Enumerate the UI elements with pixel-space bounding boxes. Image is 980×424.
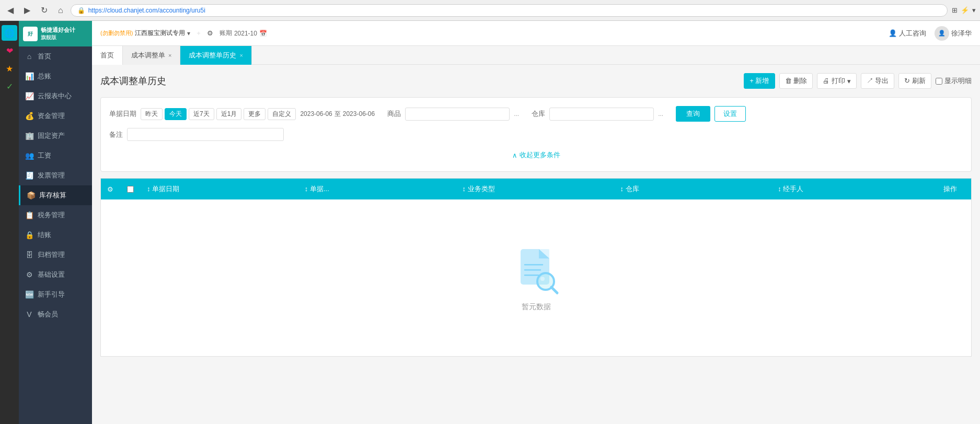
address-bar[interactable]: 🔒 https://cloud.chanjet.com/accounting/u… (71, 4, 948, 17)
th-number[interactable]: ↕ 单据... (298, 184, 456, 194)
filter-row-2: 备注 (109, 128, 963, 141)
sidebar-item-closing[interactable]: 🔒 结账 (19, 225, 92, 245)
reload-button[interactable]: ↻ (38, 4, 51, 16)
th-warehouse[interactable]: ↕ 仓库 (614, 184, 771, 194)
warehouse-input[interactable] (549, 108, 654, 121)
sidebar-item-ledger[interactable]: 📊 总账 (19, 66, 92, 86)
query-button[interactable]: 查询 (676, 106, 710, 122)
dropdown-icon[interactable]: ▾ (972, 6, 976, 14)
add-company-icon[interactable]: ⚙ (207, 29, 213, 37)
sidebar-item-invoice[interactable]: 🧾 发票管理 (19, 166, 92, 185)
extensions-icon[interactable]: ⊞ (952, 6, 958, 14)
tab-cost-adjustment-history[interactable]: 成本调整单历史× (180, 46, 251, 65)
sidebar-item-tax[interactable]: 📋 税务管理 (19, 205, 92, 225)
sidebar-item-fixed-assets[interactable]: 🏢 固定资产 (19, 126, 92, 146)
sidebar-item-funds[interactable]: 💰 资金管理 (19, 106, 92, 126)
nav-label-payroll: 工资 (38, 151, 51, 160)
consult-button[interactable]: 👤 人工咨询 (889, 29, 926, 38)
user-button[interactable]: 👤 徐泽华 (935, 26, 972, 41)
tab-cost-adjustment[interactable]: 成本调整单× (123, 46, 180, 65)
date-quick-btn-今天[interactable]: 今天 (165, 108, 187, 120)
print-button[interactable]: 🖨 打印 ▾ (817, 73, 857, 89)
sidebar-item-settings[interactable]: ⚙ 基础设置 (19, 265, 92, 285)
nav-icon-fixed-assets: 🏢 (25, 132, 33, 140)
lightning-icon[interactable]: ⚡ (961, 6, 969, 14)
sidebar-item-reports[interactable]: 📈 云报表中心 (19, 86, 92, 106)
goods-filter-label: 商品 (387, 109, 401, 119)
username: 徐泽华 (951, 29, 972, 38)
browser-tools: ⊞ ⚡ ▾ (952, 6, 976, 14)
browser-chrome: ◀ ▶ ↻ ⌂ 🔒 https://cloud.chanjet.com/acco… (0, 0, 980, 21)
th-operator[interactable]: ↕ 经手人 (771, 184, 929, 194)
sidebar-item-payroll[interactable]: 👥 工资 (19, 146, 92, 166)
th-date[interactable]: ↕ 单据日期 (141, 184, 298, 194)
th-warehouse-label: ↕ 仓库 (620, 184, 639, 194)
nav-label-guide: 新手引导 (38, 290, 65, 299)
browser-icon-bar: 🌐 ❤ ★ ✓ (0, 21, 19, 424)
remark-input[interactable] (127, 128, 284, 141)
main-content: (勿删勿禁用) 江西服宝测试专用 ▾ + ⚙ 账期 2021-10 📅 👤 人工… (92, 21, 980, 424)
delete-button[interactable]: 🗑 删除 (779, 73, 813, 89)
th-biz-type[interactable]: ↕ 业务类型 (456, 184, 614, 194)
show-columns-input[interactable] (936, 78, 942, 85)
tab-close-cost-adjustment[interactable]: × (168, 52, 171, 58)
table-body: 暂元数据 (101, 199, 971, 356)
sidebar-item-archive[interactable]: 🗄 归档管理 (19, 245, 92, 265)
filter-settings-button[interactable]: 设置 (714, 106, 746, 122)
home-button[interactable]: ⌂ (55, 5, 66, 16)
empty-text: 暂元数据 (522, 302, 551, 312)
back-button[interactable]: ◀ (4, 4, 17, 16)
tab-close-cost-adjustment-history[interactable]: × (239, 52, 243, 58)
company-name: 江西服宝测试专用 (135, 29, 185, 38)
page-header: 成本调整单历史 + 新增 🗑 删除 🖨 打印 ▾ ↗ 导出 ↻ 刷新 显示明细 (100, 73, 972, 89)
tab-home[interactable]: 首页 (92, 46, 123, 65)
warehouse-filter-label: 仓库 (532, 109, 545, 119)
icon-bar-item-1[interactable]: 🌐 (2, 25, 17, 41)
warehouse-more[interactable]: ... (658, 110, 663, 117)
date-quick-btn-近1月[interactable]: 近1月 (216, 108, 242, 120)
sidebar-logo[interactable]: 好 畅捷通好会计 旗舰版 (19, 21, 92, 46)
consult-label: 人工咨询 (899, 29, 926, 38)
icon-bar-item-2[interactable]: ❤ (2, 43, 17, 58)
consult-icon: 👤 (889, 29, 897, 37)
sidebar-item-guide[interactable]: 🆕 新手引导 (19, 285, 92, 304)
nav-icon-inventory: 📦 (27, 191, 35, 199)
page-content: 成本调整单历史 + 新增 🗑 删除 🖨 打印 ▾ ↗ 导出 ↻ 刷新 显示明细 (92, 65, 980, 424)
date-quick-btn-更多[interactable]: 更多 (244, 108, 266, 120)
page-actions: + 新增 🗑 删除 🖨 打印 ▾ ↗ 导出 ↻ 刷新 显示明细 (744, 73, 972, 89)
select-all-checkbox[interactable] (127, 186, 134, 193)
date-to: 2023-06-06 (343, 110, 375, 117)
export-button[interactable]: ↗ 导出 (861, 73, 895, 89)
th-settings[interactable]: ⚙ (101, 185, 120, 193)
sidebar-item-member[interactable]: V 畅会员 (19, 304, 92, 324)
th-date-label: ↕ 单据日期 (147, 184, 179, 194)
period-selector[interactable]: 账期 2021-10 📅 (220, 29, 267, 38)
nav-label-fixed-assets: 固定资产 (38, 131, 65, 140)
sidebar: 好 畅捷通好会计 旗舰版 ⌂ 首页 📊 总账 📈 云报表中心 💰 资金管理 🏢 … (19, 21, 92, 424)
nav-label-archive: 归档管理 (38, 250, 65, 260)
nav-label-invoice: 发票管理 (38, 171, 65, 180)
date-quick-btn-近7天[interactable]: 近7天 (189, 108, 214, 120)
date-quick-btn-昨天[interactable]: 昨天 (141, 108, 163, 120)
icon-bar-item-3[interactable]: ★ (2, 61, 17, 76)
forward-button[interactable]: ▶ (21, 4, 33, 16)
sidebar-item-home[interactable]: ⌂ 首页 (19, 46, 92, 66)
add-button[interactable]: + 新增 (744, 73, 775, 89)
icon-bar-item-4[interactable]: ✓ (2, 78, 17, 94)
th-checkbox[interactable] (120, 186, 141, 193)
company-selector[interactable]: (勿删勿禁用) 江西服宝测试专用 ▾ (100, 29, 190, 38)
goods-input[interactable] (405, 108, 510, 121)
filter-actions: 查询 设置 (676, 106, 746, 122)
refresh-button[interactable]: ↻ 刷新 (898, 73, 931, 89)
page-title: 成本调整单历史 (100, 75, 166, 87)
show-columns-checkbox[interactable]: 显示明细 (936, 76, 972, 86)
tab-label-cost-adjustment: 成本调整单 (131, 51, 165, 60)
goods-more[interactable]: ... (514, 110, 519, 117)
nav-icon-home: ⌂ (25, 52, 33, 61)
date-quick-btn-自定义[interactable]: 自定义 (268, 108, 296, 120)
filter-row-1: 单据日期 昨天今天近7天近1月更多自定义 2023-06-06 至 2023-0… (109, 106, 963, 122)
sidebar-item-inventory[interactable]: 📦 库存核算 (19, 185, 92, 205)
nav-label-settings: 基础设置 (38, 270, 65, 279)
collapse-button[interactable]: ∧ 收起更多条件 (512, 147, 560, 163)
nav-icon-archive: 🗄 (25, 251, 33, 259)
